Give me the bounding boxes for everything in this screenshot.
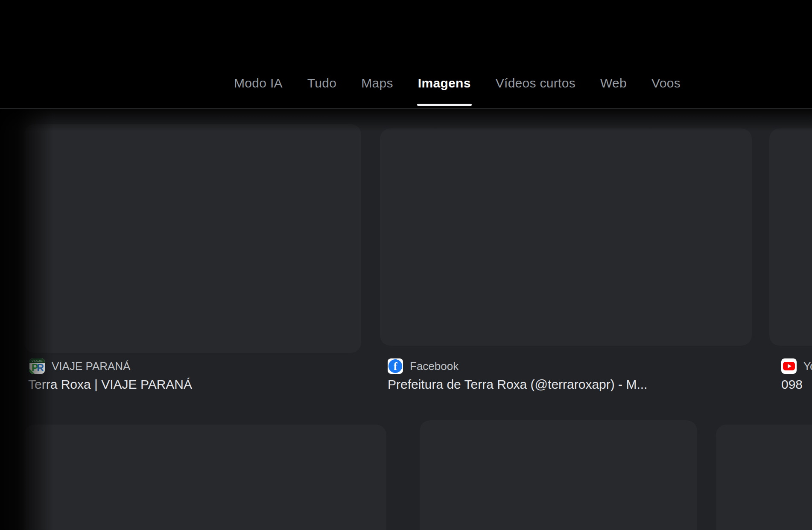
tab-voos[interactable]: Voos xyxy=(651,76,681,108)
image-result-card[interactable] xyxy=(716,425,812,530)
result-title[interactable]: Terra Roxa | VIAJE PARANÁ xyxy=(28,377,192,392)
tab-label: Tudo xyxy=(307,76,336,90)
image-result-card[interactable] xyxy=(380,128,752,346)
tab-web[interactable]: Web xyxy=(600,76,627,108)
active-tab-underline xyxy=(417,104,472,106)
tab-label: Modo IA xyxy=(234,76,283,90)
image-result-card[interactable] xyxy=(24,425,386,530)
youtube-play-glyph xyxy=(788,364,792,368)
tab-label: Maps xyxy=(361,76,393,90)
search-header: Modo IA Tudo Maps Imagens Vídeos curtos … xyxy=(0,0,812,109)
tab-imagens[interactable]: Imagens xyxy=(418,76,471,108)
image-result-card[interactable] xyxy=(24,124,361,353)
result-source-row[interactable]: f Facebook xyxy=(388,358,459,374)
favicon-letter-r: R xyxy=(37,362,43,373)
tab-label: Imagens xyxy=(418,76,471,90)
facebook-favicon: f xyxy=(388,358,403,374)
youtube-favicon xyxy=(781,358,797,374)
source-label: Facebook xyxy=(410,360,459,373)
tab-videos-curtos[interactable]: Vídeos curtos xyxy=(496,76,575,108)
image-results-grid: 098 VIAJE PR VIAJE PARANÁ Terra Roxa | V… xyxy=(0,109,812,530)
result-source-row[interactable]: Yo xyxy=(781,358,812,374)
tab-label: Voos xyxy=(651,76,681,90)
result-title[interactable]: 098 xyxy=(781,377,803,392)
tab-tudo[interactable]: Tudo xyxy=(307,76,336,108)
tab-label: Web xyxy=(600,76,627,90)
result-source-row[interactable]: VIAJE PR VIAJE PARANÁ xyxy=(29,358,130,374)
favicon-corner-shape xyxy=(29,369,35,374)
source-label: Yo xyxy=(803,360,812,373)
tab-maps[interactable]: Maps xyxy=(361,76,393,108)
search-tab-bar: Modo IA Tudo Maps Imagens Vídeos curtos … xyxy=(234,0,681,108)
tab-modo-ia[interactable]: Modo IA xyxy=(234,76,283,108)
facebook-f-letter: f xyxy=(388,360,403,373)
result-title[interactable]: Prefeitura de Terra Roxa (@terraroxapr) … xyxy=(388,377,647,392)
image-result-card[interactable] xyxy=(769,128,812,346)
google-images-results-page: { "tabs": { "items": [ {"label": "Modo I… xyxy=(0,0,812,530)
source-label: VIAJE PARANÁ xyxy=(52,360,130,373)
image-result-card[interactable] xyxy=(420,420,697,530)
viaje-parana-favicon: VIAJE PR xyxy=(29,358,45,374)
tab-label: Vídeos curtos xyxy=(496,76,575,90)
